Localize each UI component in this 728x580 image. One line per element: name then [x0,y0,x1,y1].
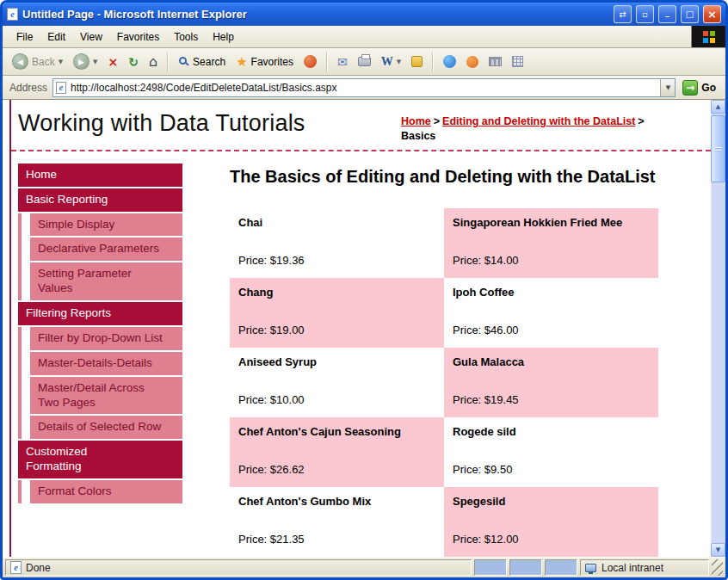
address-dropdown-button[interactable]: ▼ [660,79,675,96]
page-header: Working with Data Tutorials Home>Editing… [3,100,711,144]
product-cell: Ipoh Coffee Price: $46.00 [444,278,658,348]
quick-links-button[interactable] [508,53,527,70]
menu-item-help[interactable]: Help [206,28,241,46]
product-name: Aniseed Syrup [238,355,435,368]
menu-item-tools[interactable]: Tools [167,28,205,46]
favorites-label: Favorites [251,56,293,68]
favorites-button[interactable]: ★ Favorites [231,52,298,72]
grid-icon [512,56,523,67]
local-intranet-icon [585,564,596,572]
forward-icon: ▶ [73,53,89,70]
window-extra-button-1[interactable]: ⇄ [614,5,632,23]
sidebar-item-master-detail-two-pages[interactable]: Master/Detail Across Two Pages [30,377,182,415]
close-button[interactable]: × [703,5,721,23]
sidebar-item-declarative-parameters[interactable]: Declarative Parameters [30,238,182,261]
address-input[interactable] [71,82,656,94]
maximize-button[interactable]: □ [681,5,699,23]
back-button[interactable]: ◀ Back ▼ [8,51,67,72]
sidebar-item-setting-parameter-values[interactable]: Setting Parameter Values [30,262,182,300]
product-datalist: Chai Price: $19.36 Singaporean Hokkien F… [230,208,658,557]
notes-button[interactable] [407,53,427,70]
research-button[interactable] [484,54,506,69]
messenger-button[interactable] [439,52,460,71]
windows-brand-logo [691,26,725,47]
toolbar-separator [326,52,328,71]
web-page: Working with Data Tutorials Home>Editing… [3,100,711,557]
messenger-icon [443,55,456,68]
browser-window: e Untitled Page - Microsoft Internet Exp… [0,0,728,580]
stop-button[interactable]: × [103,52,122,71]
breadcrumb-link-section[interactable]: Editing and Deleting with the DataList [442,115,635,127]
title-bar: e Untitled Page - Microsoft Internet Exp… [3,3,725,26]
refresh-button[interactable]: ↻ [124,52,143,71]
menu-item-view[interactable]: View [73,28,109,46]
product-cell: Spegesild Price: $12.00 [444,487,658,557]
minimize-button[interactable]: _ [658,5,676,23]
scroll-up-button[interactable]: ▲ [711,100,725,114]
page-title: The Basics of Editing and Deleting with … [230,164,694,189]
product-price: Price: $26.62 [238,463,435,476]
sidebar-item-customized-formatting[interactable]: Customized Formatting [18,441,182,478]
window-title: Untitled Page - Microsoft Internet Explo… [22,8,609,21]
sidebar-item-simple-display[interactable]: Simple Display [30,213,182,237]
sidebar-group-customized-formatting: Format Colors [18,480,182,503]
sidebar-item-filtering-reports[interactable]: Filtering Reports [18,302,182,325]
print-button[interactable] [354,54,375,69]
security-zone-pane: Local intranet [580,559,709,576]
sidebar-item-filter-by-dropdown-list[interactable]: Filter by Drop-Down List [30,327,182,350]
product-name: Chef Anton's Cajun Seasoning [238,425,435,438]
status-pane [474,559,507,576]
product-name: Ipoh Coffee [453,286,650,299]
vertical-scrollbar[interactable]: ▲ ▼ [711,100,725,557]
product-cell: Singaporean Hokkien Fried Mee Price: $14… [444,208,658,278]
web-assistant-button[interactable] [462,53,483,71]
page-icon: e [56,82,66,94]
go-arrow-icon: → [682,80,698,96]
sidebar-item-home[interactable]: Home [18,164,182,187]
mail-icon: ✉ [337,55,348,69]
window-extra-button-2[interactable]: ▫ [636,5,654,23]
menu-item-edit[interactable]: Edit [40,28,72,46]
product-name: Spegesild [453,495,650,508]
notes-icon [411,56,423,67]
product-cell: Aniseed Syrup Price: $10.00 [230,348,444,417]
standard-toolbar: ◀ Back ▼ ▶ ▼ × ↻ ⌂ Search ★ Favorites ✉ … [3,48,725,76]
sidebar-item-basic-reporting[interactable]: Basic Reporting [18,188,182,212]
home-icon: ⌂ [149,53,157,70]
mail-button[interactable]: ✉ [333,52,352,71]
product-cell: Chef Anton's Cajun Seasoning Price: $26.… [230,417,444,487]
breadcrumb-separator: > [431,115,442,127]
sidebar-group-basic-reporting: Simple Display Declarative Parameters Se… [18,213,182,301]
product-price: Price: $9.50 [453,463,650,476]
product-price: Price: $21.35 [238,533,435,546]
search-button[interactable]: Search [174,53,230,71]
product-cell: Gula Malacca Price: $19.45 [444,348,658,417]
back-icon: ◀ [12,53,28,70]
breadcrumb-link-home[interactable]: Home [401,115,431,127]
scrollbar-thumb[interactable] [711,115,725,182]
resize-grip[interactable] [712,559,723,576]
sidebar-item-details-of-selected-row[interactable]: Details of Selected Row [30,416,182,439]
menu-item-favorites[interactable]: Favorites [110,28,166,46]
menu-item-file[interactable]: File [9,28,40,46]
product-price: Price: $14.00 [453,254,650,267]
site-title: Working with Data Tutorials [18,110,401,144]
home-button[interactable]: ⌂ [145,51,162,72]
status-pane [545,559,577,576]
media-button[interactable] [299,52,321,71]
sidebar-item-master-details-details[interactable]: Master-Details-Details [30,352,182,375]
product-price: Price: $10.00 [238,393,435,406]
product-cell: Rogede sild Price: $9.50 [444,417,658,487]
back-dropdown-icon: ▼ [59,59,63,65]
page-left-border [9,100,11,557]
status-bar: e Done Local intranet [3,557,725,577]
sidebar-item-format-colors[interactable]: Format Colors [30,480,182,503]
sidebar-nav: Home Basic Reporting Simple Display Decl… [18,164,182,505]
stop-icon: × [108,55,118,69]
forward-button[interactable]: ▶ ▼ [69,51,102,72]
edit-with-word-button[interactable]: W ▼ [377,52,405,71]
product-name: Rogede sild [453,425,650,438]
go-button[interactable]: → Go [681,80,721,96]
scroll-down-button[interactable]: ▼ [711,543,725,557]
forward-dropdown-icon: ▼ [93,59,97,65]
